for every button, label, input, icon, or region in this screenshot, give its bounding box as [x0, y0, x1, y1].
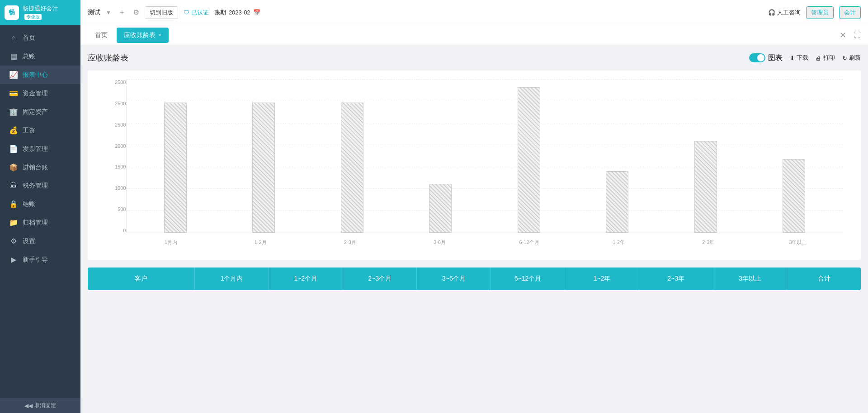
x-label-0: 1月内 — [126, 239, 216, 246]
th-customer: 客户 — [88, 268, 195, 290]
bar-group-6-12m — [485, 80, 573, 233]
role-button[interactable]: 会计 — [839, 6, 861, 19]
sidebar-item-label: 结账 — [23, 200, 35, 208]
th-total: 合计 — [787, 268, 861, 290]
bar-3-6m — [429, 184, 452, 233]
sidebar-item-label: 设置 — [23, 237, 35, 245]
close-account-icon: 🔒 — [9, 200, 18, 208]
sidebar-item-assets[interactable]: 🏢 固定资产 — [0, 103, 80, 121]
th-1-2y: 1~2年 — [565, 268, 639, 290]
table-section: 客户 1个月内 1~2个月 2~3个月 3~6个月 6~12个月 — [88, 268, 861, 290]
sidebar-item-sales[interactable]: 📦 进销台账 — [0, 158, 80, 177]
tabbar-close-button[interactable]: ✕ — [840, 30, 846, 40]
th-1m: 1个月内 — [195, 268, 269, 290]
payroll-icon: 💰 — [9, 126, 18, 135]
bar-group-2-3m — [308, 80, 396, 233]
th-3-6m: 3~6个月 — [417, 268, 491, 290]
consult-button[interactable]: 🎧 人工咨询 — [768, 9, 801, 17]
sidebar-item-close[interactable]: 🔒 结账 — [0, 195, 80, 213]
page-header: 应收账龄表 图表 ⬇ 下载 🖨 打印 ↻ 刷新 — [88, 52, 861, 63]
add-button[interactable]: ＋ — [117, 7, 127, 18]
refresh-button[interactable]: ↻ 刷新 — [842, 54, 861, 62]
sidebar-item-payroll[interactable]: 💰 工资 — [0, 121, 80, 140]
y-label-3: 1500 — [115, 164, 126, 169]
print-button[interactable]: 🖨 打印 — [816, 54, 835, 62]
bar-3y — [783, 159, 805, 233]
sidebar-item-reports[interactable]: 📈 报表中心 — [0, 66, 80, 84]
bar-group-2-3y — [661, 80, 750, 233]
th-3y: 3年以上 — [713, 268, 788, 290]
x-label-7: 3年以上 — [753, 239, 843, 246]
switch-old-version-button[interactable]: 切到旧版 — [145, 6, 178, 19]
sidebar-item-label: 固定资产 — [23, 108, 48, 116]
bar-group-3-6m — [396, 80, 485, 233]
y-label-1: 500 — [118, 206, 126, 212]
sidebar-item-label: 工资 — [23, 127, 35, 135]
chart-x-labels: 1月内 1-2月 2-3月 3-6月 6-12个月 1-2年 2-3年 3年以上 — [126, 233, 843, 251]
bar-2-3y — [694, 141, 717, 233]
tabbar-expand-button[interactable]: ⛶ — [854, 31, 861, 39]
page-actions: 图表 ⬇ 下载 🖨 打印 ↻ 刷新 — [749, 53, 861, 63]
funds-icon: 💳 — [9, 89, 18, 98]
y-label-0: 0 — [123, 228, 126, 233]
tabbar: 首页 应收账龄表 × ✕ ⛶ — [80, 25, 868, 45]
sidebar-item-guide[interactable]: ▶ 新手引导 — [0, 250, 80, 269]
cancel-fixed-button[interactable]: ◀◀ 取消固定 — [0, 398, 80, 413]
chart-toggle[interactable]: 图表 — [749, 53, 783, 63]
sidebar-item-home[interactable]: ⌂ 首页 — [0, 29, 80, 47]
sidebar-item-invoice[interactable]: 📄 发票管理 — [0, 140, 80, 158]
logo-icon: 畅 — [5, 5, 19, 20]
sidebar-item-label: 归档管理 — [23, 219, 48, 227]
chart-plot — [126, 80, 843, 233]
settings-icon: ⚙ — [9, 237, 18, 245]
sidebar-item-tax[interactable]: 🏛 税务管理 — [0, 177, 80, 195]
user-button[interactable]: 管理员 — [806, 6, 834, 19]
reports-icon: 📈 — [9, 70, 18, 79]
x-label-2: 2-3月 — [305, 239, 395, 246]
settings-button[interactable]: ⚙ — [133, 8, 139, 17]
x-label-5: 1-2年 — [574, 239, 664, 246]
tab-close-button[interactable]: × — [158, 32, 161, 38]
company-dropdown-button[interactable]: ▼ — [106, 9, 111, 16]
topbar: 测试 ▼ ＋ ⚙ 切到旧版 🛡 已认证 账期 2023-02 📅 🎧 人工咨询 … — [80, 0, 868, 25]
accounting-period: 账期 2023-02 📅 — [214, 9, 260, 17]
guide-icon: ▶ — [9, 255, 18, 264]
download-button[interactable]: ⬇ 下载 — [790, 54, 808, 62]
headset-icon: 🎧 — [768, 9, 775, 16]
tab-home[interactable]: 首页 — [88, 28, 115, 43]
bar-1-2m — [252, 103, 275, 233]
refresh-icon: ↻ — [842, 55, 847, 61]
y-label-5: 2500 — [115, 122, 126, 127]
bar-6-12m — [518, 87, 540, 233]
sidebar-item-label: 新手引导 — [23, 256, 48, 264]
x-label-1: 1-2月 — [216, 239, 305, 246]
toggle-track[interactable] — [749, 53, 765, 62]
bar-group-1-2y — [573, 80, 662, 233]
pin-icon: ◀◀ — [24, 403, 33, 409]
sidebar-nav: ⌂ 首页 ▤ 总账 📈 报表中心 💳 资金管理 🏢 固定资产 💰 工资 📄 发票… — [0, 25, 80, 398]
shield-icon: 🛡 — [184, 9, 189, 16]
calendar-icon[interactable]: 📅 — [253, 9, 260, 16]
th-6-12m: 6~12个月 — [491, 268, 565, 290]
sidebar: 畅 畅捷通好会计 专业版 ⌂ 首页 ▤ 总账 📈 报表中心 💳 资金管理 🏢 固… — [0, 0, 80, 413]
content-area: 应收账龄表 图表 ⬇ 下载 🖨 打印 ↻ 刷新 — [80, 45, 868, 413]
sidebar-item-funds[interactable]: 💳 资金管理 — [0, 84, 80, 103]
y-label-2: 1000 — [115, 185, 126, 191]
home-icon: ⌂ — [9, 34, 18, 42]
app-logo: 畅 畅捷通好会计 专业版 — [0, 0, 80, 25]
chart-section: 2500 2500 2500 2000 1500 1000 500 0 — [88, 70, 861, 260]
tab-aging-report[interactable]: 应收账龄表 × — [117, 28, 169, 43]
tax-icon: 🏛 — [9, 182, 18, 190]
sidebar-item-label: 资金管理 — [23, 89, 48, 98]
archive-icon: 📁 — [9, 218, 18, 227]
bar-1-2y — [606, 171, 628, 233]
bar-group-1m — [131, 80, 220, 233]
sidebar-item-label: 总账 — [23, 52, 35, 61]
sidebar-item-archive[interactable]: 📁 归档管理 — [0, 213, 80, 232]
main-content: 测试 ▼ ＋ ⚙ 切到旧版 🛡 已认证 账期 2023-02 📅 🎧 人工咨询 … — [80, 0, 868, 413]
toggle-thumb — [757, 54, 764, 61]
download-icon: ⬇ — [790, 55, 795, 61]
sidebar-item-ledger[interactable]: ▤ 总账 — [0, 47, 80, 66]
th-2-3y: 2~3年 — [639, 268, 713, 290]
sidebar-item-settings[interactable]: ⚙ 设置 — [0, 232, 80, 250]
